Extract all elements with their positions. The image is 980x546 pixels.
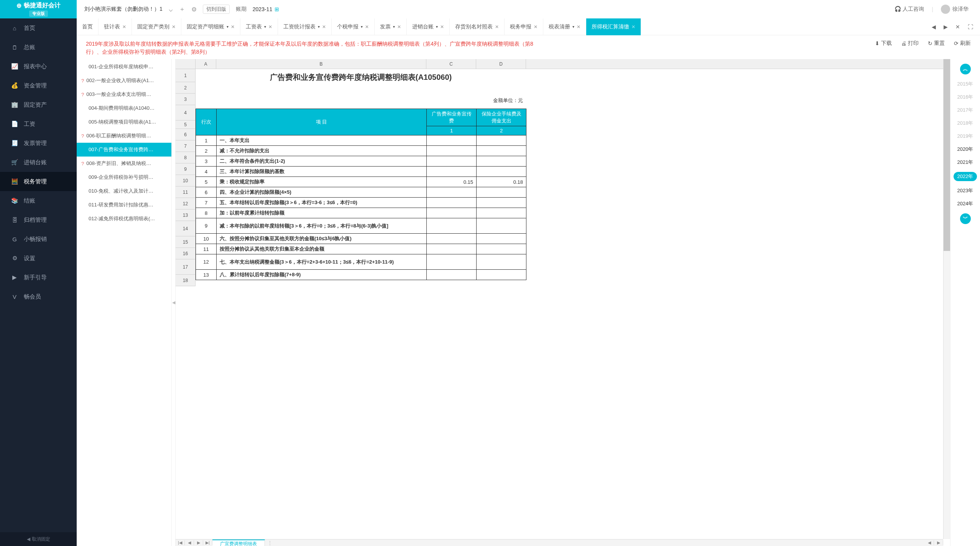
report-item-9[interactable]: 010-免税、减计收入及加计… [77, 184, 171, 198]
cell-col1[interactable] [427, 208, 477, 218]
row-header-8[interactable]: 8 [176, 152, 196, 163]
year-2023年[interactable]: 2023年 [957, 187, 973, 194]
year-2022年[interactable]: 2022年 [954, 172, 977, 181]
tabs-scroll-left-icon[interactable]: ◀ [928, 24, 940, 30]
tab-close-icon[interactable]: ✕ [440, 24, 444, 30]
col-header-C[interactable]: C [426, 59, 476, 69]
sidebar-item-6[interactable]: 🧾发票管理 [0, 134, 77, 153]
sidebar-item-3[interactable]: 💰资金管理 [0, 76, 77, 95]
row-header-10[interactable]: 10 [176, 175, 196, 186]
cell-col2[interactable] [477, 135, 526, 146]
report-item-1[interactable]: ?002-一般企业收入明细表(A1… [77, 74, 171, 87]
report-item-2[interactable]: ?003-一般企业成本支出明细… [77, 87, 171, 101]
sheet-nav-last-icon[interactable]: ▶| [203, 540, 212, 545]
cell-col1[interactable] [427, 187, 477, 198]
tab-close-icon[interactable]: ✕ [495, 24, 499, 30]
cell-col1[interactable]: 0.15 [427, 177, 477, 187]
report-item-7[interactable]: ?008-资产折旧、摊销及纳税… [77, 157, 171, 170]
tab-9[interactable]: 存货别名对照表✕ [450, 18, 505, 35]
tab-close-icon[interactable]: ✕ [231, 24, 235, 30]
print-button[interactable]: 🖨 打印 [901, 40, 919, 47]
sidebar-item-2[interactable]: 📈报表中心 [0, 57, 77, 76]
tab-6[interactable]: 个税申报▾✕ [332, 18, 375, 35]
cell-col2[interactable]: 0.18 [477, 177, 526, 187]
tab-8[interactable]: 进销台账▾✕ [407, 18, 450, 35]
cell-col1[interactable] [427, 135, 477, 146]
cell-col1[interactable] [427, 167, 477, 177]
tab-close-icon[interactable]: ✕ [172, 24, 176, 30]
tab-close-icon[interactable]: ✕ [322, 24, 326, 30]
year-2021年[interactable]: 2021年 [957, 159, 973, 166]
cell-col2[interactable] [477, 167, 526, 177]
report-item-6[interactable]: 007-广告费和业务宣传费跨… [77, 143, 171, 157]
report-item-3[interactable]: 004-期间费用明细表(A1040… [77, 101, 171, 115]
sheet-vertical-scrollbar[interactable] [943, 59, 950, 539]
tab-11[interactable]: 税表清册▾✕ [543, 18, 586, 35]
row-header-11[interactable]: 11 [176, 186, 196, 198]
sheet-nav-prev-icon[interactable]: ◀ [185, 540, 194, 545]
row-header-7[interactable]: 7 [176, 140, 196, 152]
tab-close-icon[interactable]: ✕ [534, 24, 538, 30]
cell-col2[interactable] [477, 218, 526, 234]
tab-0[interactable]: 首页 [77, 18, 99, 35]
tab-close-icon[interactable]: ✕ [365, 24, 369, 30]
splitter-handle[interactable]: ◀ [172, 59, 176, 546]
sidebar-item-8[interactable]: 🧮税务管理 [0, 172, 77, 191]
sidebar-item-10[interactable]: 🗄归档管理 [0, 210, 77, 229]
cell-col1[interactable] [427, 156, 477, 167]
sidebar-item-13[interactable]: ▶新手引导 [0, 268, 77, 287]
report-item-4[interactable]: 005-纳税调整项目明细表(A1… [77, 115, 171, 129]
row-header-14[interactable]: 14 [176, 221, 196, 236]
tabs-close-all-icon[interactable]: ✕ [952, 24, 964, 30]
tab-close-icon[interactable]: ✕ [577, 24, 580, 30]
tab-4[interactable]: 工资表▾✕ [240, 18, 278, 35]
row-header-6[interactable]: 6 [176, 129, 196, 140]
cell-col2[interactable] [477, 234, 526, 244]
tab-close-icon[interactable]: ✕ [268, 24, 272, 30]
account-dropdown-icon[interactable]: ⌵ [169, 5, 173, 13]
year-2020年[interactable]: 2020年 [957, 146, 973, 153]
period-picker[interactable]: 2023-11⊞ [253, 6, 279, 12]
add-icon[interactable]: ＋ [179, 5, 185, 13]
cell-col2[interactable] [477, 156, 526, 167]
sidebar-item-0[interactable]: ⌂首页 [0, 18, 77, 38]
cell-col1[interactable] [427, 146, 477, 156]
tab-2[interactable]: 固定资产类别✕ [132, 18, 181, 35]
sheet-nav-next-icon[interactable]: ▶ [194, 540, 203, 545]
year-scroll-down-icon[interactable]: ︾ [960, 213, 971, 224]
row-header-18[interactable]: 18 [176, 275, 196, 286]
col-header-D[interactable]: D [476, 59, 526, 69]
reset-button[interactable]: ↻ 重置 [928, 40, 945, 47]
tab-7[interactable]: 发票▾✕ [375, 18, 407, 35]
row-header-5[interactable]: 5 [176, 120, 196, 129]
cell-col1[interactable] [427, 254, 477, 270]
sidebar-item-9[interactable]: 📚结账 [0, 191, 77, 210]
sidebar-item-4[interactable]: 🏢固定资产 [0, 95, 77, 114]
sheet-tab[interactable]: 广宣费调整明细表 [212, 539, 265, 546]
row-header-2[interactable]: 2 [176, 82, 196, 94]
cell-col2[interactable] [477, 208, 526, 218]
cell-col1[interactable] [427, 234, 477, 244]
fullscreen-icon[interactable]: ⛶ [964, 24, 977, 30]
report-item-8[interactable]: 009-企业所得税弥补亏损明… [77, 170, 171, 184]
cell-col2[interactable] [477, 270, 526, 280]
tab-close-icon[interactable]: ✕ [122, 24, 126, 30]
refresh-button[interactable]: ⟳ 刷新 [954, 40, 971, 47]
cell-col1[interactable] [427, 270, 477, 280]
cell-col2[interactable] [477, 146, 526, 156]
sheet-nav-first-icon[interactable]: |◀ [176, 540, 185, 545]
cell-col1[interactable] [427, 244, 477, 254]
row-header-4[interactable]: 4 [176, 105, 196, 120]
sidebar-item-12[interactable]: ⚙设置 [0, 249, 77, 268]
tab-1[interactable]: 驻计表✕ [99, 18, 132, 35]
row-header-17[interactable]: 17 [176, 259, 196, 275]
report-item-10[interactable]: 011-研发费用加计扣除优惠… [77, 198, 171, 212]
report-item-11[interactable]: 012-减免所得税优惠明细表(… [77, 212, 171, 226]
tab-close-icon[interactable]: ✕ [397, 24, 401, 30]
tab-10[interactable]: 税务申报✕ [505, 18, 543, 35]
year-2024年[interactable]: 2024年 [957, 200, 973, 207]
switch-old-version-button[interactable]: 切到旧版 [203, 5, 230, 14]
tab-close-icon[interactable]: ✕ [631, 24, 635, 30]
user-menu[interactable]: 徐泽华 [941, 5, 968, 14]
cell-col2[interactable] [477, 254, 526, 270]
